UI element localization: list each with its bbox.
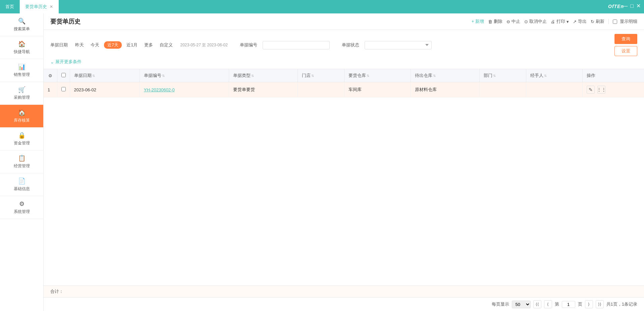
page-size-select[interactable]: 20 50 100	[512, 301, 531, 308]
expand-icon: ⌄	[50, 59, 54, 64]
prev-page-btn[interactable]: ⟨	[544, 300, 552, 308]
sidebar-item-operations[interactable]: 📋 经营管理	[0, 150, 43, 173]
display-detail-checkbox[interactable]	[613, 19, 617, 24]
tab-home-label: 首页	[5, 4, 14, 10]
close-icon[interactable]: ✕	[636, 3, 641, 9]
sidebar-item-system[interactable]: ⚙ 系统管理	[0, 196, 43, 219]
new-button[interactable]: + 新增	[472, 18, 484, 25]
select-all-checkbox[interactable]	[61, 73, 66, 77]
sidebar-item-search[interactable]: 🔍 搜索菜单	[0, 13, 43, 36]
next-page-btn[interactable]: ⟩	[585, 300, 593, 308]
print-icon: 🖨	[551, 19, 555, 24]
sidebar-item-search-label: 搜索菜单	[14, 26, 30, 32]
status-select[interactable]	[365, 41, 432, 49]
sidebar-item-basic-info-label: 基础信息	[14, 186, 30, 192]
first-page-btn[interactable]: ⟨⟨	[533, 300, 541, 308]
print-button[interactable]: 🖨 打印 ▾	[551, 18, 569, 25]
delete-icon: 🗑	[488, 19, 492, 24]
col-handler[interactable]: 经手人⇅	[526, 69, 583, 82]
date-last7[interactable]: 近7天	[104, 41, 122, 49]
table-body: 1 2023-06-02 YH-20230602-0 要货单要货 车间库 原材料…	[44, 82, 644, 97]
query-button[interactable]: 查询	[614, 34, 637, 44]
date-range-text: 2023-05-27 至 2023-06-02	[180, 42, 227, 48]
sidebar-item-inventory-label: 库存核算	[14, 118, 30, 123]
col-date[interactable]: 单据日期⇅	[70, 69, 140, 82]
sidebar-item-finance-label: 资金管理	[14, 140, 30, 146]
bill-no-input[interactable]	[263, 41, 330, 49]
col-settings[interactable]: ⚙	[44, 69, 57, 82]
stop-button[interactable]: ⊖ 中止	[506, 18, 520, 25]
col-dept[interactable]: 部门⇅	[479, 69, 526, 82]
tab-requisition-history[interactable]: 要货单历史 ✕	[20, 0, 59, 13]
date-last-month[interactable]: 近1月	[124, 41, 140, 49]
row-store	[298, 82, 344, 97]
search-icon: 🔍	[18, 17, 25, 25]
sidebar-item-basic-info[interactable]: 📄 基础信息	[0, 173, 43, 196]
page-label-before: 第	[555, 301, 559, 307]
date-more[interactable]: 更多	[142, 41, 155, 49]
sales-icon: 📊	[18, 63, 25, 71]
row-edit-btn[interactable]: ✎	[587, 86, 595, 94]
sidebar-item-finance[interactable]: 🔒 资金管理	[0, 128, 43, 150]
cancel-stop-button[interactable]: ⊙ 取消中止	[524, 18, 547, 25]
page-label-after: 页	[578, 301, 582, 307]
row-handler	[526, 82, 583, 97]
row-bill-type: 要货单要货	[229, 82, 298, 97]
table-row: 1 2023-06-02 YH-20230602-0 要货单要货 车间库 原材料…	[44, 82, 644, 97]
col-pending-warehouse[interactable]: 待出仓库⇅	[411, 69, 479, 82]
action-buttons: 查询 设置	[614, 34, 637, 56]
row-operations: ✎ ⋮⋮	[583, 82, 644, 97]
sidebar-item-sales-label: 销售管理	[14, 72, 30, 78]
print-dropdown-icon: ▾	[567, 19, 569, 24]
sidebar-item-inventory[interactable]: 🏠 库存核算	[0, 105, 43, 128]
page-title: 要货单历史	[50, 17, 80, 26]
minimize-icon[interactable]: —	[622, 3, 628, 9]
top-tabs: 首页 要货单历史 ✕	[0, 0, 59, 13]
last-page-btn[interactable]: ⟩⟩	[596, 300, 604, 308]
refresh-button[interactable]: ↻ 刷新	[591, 18, 604, 25]
date-filter-label: 单据日期	[50, 42, 68, 48]
stop-icon: ⊖	[506, 19, 510, 24]
col-bill-type[interactable]: 单据类型⇅	[229, 69, 298, 82]
row-more-btn[interactable]: ⋮⋮	[597, 86, 605, 94]
display-detail-toggle[interactable]: 显示明细	[613, 18, 637, 25]
sidebar-item-operations-label: 经营管理	[14, 163, 30, 169]
date-today[interactable]: 今天	[89, 41, 101, 49]
sidebar-item-quicknav[interactable]: 🏠 快捷导航	[0, 36, 43, 59]
finance-icon: 🔒	[18, 132, 25, 139]
row-bill-no[interactable]: YH-20230602-0	[140, 82, 229, 97]
col-checkbox[interactable]	[57, 69, 70, 82]
sidebar-item-quicknav-label: 快捷导航	[14, 49, 30, 55]
sidebar-item-system-label: 系统管理	[14, 209, 30, 215]
row-pending-warehouse: 原材料仓库	[411, 82, 479, 97]
delete-button[interactable]: 🗑 删除	[488, 18, 502, 25]
filter-area: 单据日期 昨天 今天 近7天 近1月 更多 自定义 2023-05-27 至 2…	[44, 30, 644, 69]
expand-more-conditions[interactable]: ⌄ 展开更多条件	[50, 59, 637, 65]
fullscreen-icon[interactable]: □	[630, 3, 634, 9]
table-header-row: ⚙ 单据日期⇅ 单据编号⇅ 单据类型⇅ 门店⇅ 要货仓库⇅ 待出仓库⇅ 部门⇅ …	[44, 69, 644, 82]
status-label: 单据状态	[342, 42, 359, 48]
col-store[interactable]: 门店⇅	[298, 69, 344, 82]
total-info: 共1页，1条记录	[606, 301, 637, 307]
date-yesterday[interactable]: 昨天	[73, 41, 86, 49]
tab-requisition-label: 要货单历史	[25, 4, 47, 10]
tab-home[interactable]: 首页	[0, 0, 20, 13]
sidebar-item-sales[interactable]: 📊 销售管理	[0, 59, 43, 82]
brand-text: OfTEn	[608, 4, 624, 9]
col-req-warehouse[interactable]: 要货仓库⇅	[344, 69, 411, 82]
row-seq: 1	[44, 82, 57, 97]
row-checkbox[interactable]	[57, 82, 70, 97]
export-button[interactable]: ↗ 导出	[573, 18, 587, 25]
toolbar: + 新增 🗑 删除 ⊖ 中止 ⊙ 取消中止 🖨 打印 ▾	[472, 18, 637, 25]
sidebar-item-purchase[interactable]: 🛒 采购管理	[0, 82, 43, 105]
page-input[interactable]	[562, 301, 575, 308]
sidebar-item-purchase-label: 采购管理	[14, 95, 30, 100]
settings-button[interactable]: 设置	[614, 46, 637, 56]
tab-close-icon[interactable]: ✕	[50, 4, 53, 9]
col-bill-no[interactable]: 单据编号⇅	[140, 69, 229, 82]
table-container: ⚙ 单据日期⇅ 单据编号⇅ 单据类型⇅ 门店⇅ 要货仓库⇅ 待出仓库⇅ 部门⇅ …	[44, 69, 644, 285]
sidebar: 🔍 搜索菜单 🏠 快捷导航 📊 销售管理 🛒 采购管理 🏠 库存核算 🔒 资金管…	[0, 13, 44, 311]
date-options: 昨天 今天 近7天 近1月 更多 自定义	[73, 41, 175, 49]
date-custom[interactable]: 自定义	[158, 41, 175, 49]
bill-no-label: 单据编号	[240, 42, 257, 48]
